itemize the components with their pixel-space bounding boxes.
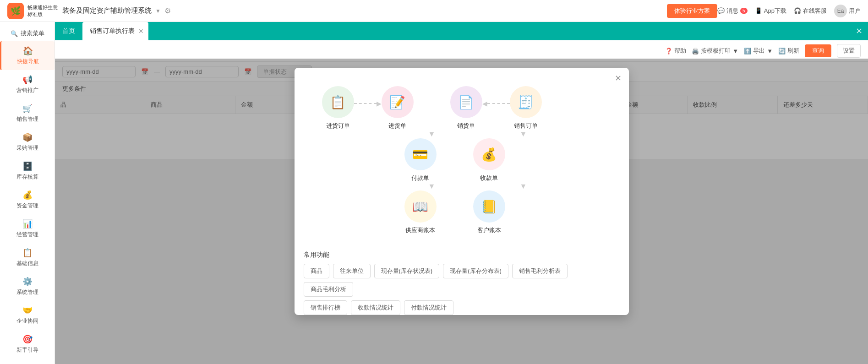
- settings-button[interactable]: 设置: [837, 44, 861, 58]
- template-print-arrow: ▼: [732, 48, 738, 54]
- flow-col-sales-order: 🧾 销售订单: [510, 86, 542, 130]
- down-arrow-rec: ▼: [496, 182, 551, 190]
- sidebar-item-newbie[interactable]: 🎯 新手引导: [0, 330, 55, 359]
- logo-line2: 标准版: [27, 11, 58, 17]
- cf-btn-product-margin[interactable]: 商品毛利分析: [304, 282, 353, 297]
- sales-bill-label: 销货单: [457, 122, 475, 130]
- tab-home[interactable]: 首页: [55, 22, 82, 40]
- arrow-po-pb: ▶: [354, 100, 382, 116]
- online-service-label: 在线客服: [803, 7, 827, 15]
- cf-btn-receipt-stats[interactable]: 收款情况统计: [351, 300, 400, 315]
- modal-close-button[interactable]: ✕: [615, 73, 622, 83]
- flow-col-sales-bill: 📄 销货单: [450, 86, 482, 130]
- export-button[interactable]: ⬆️ 导出 ▼: [744, 47, 773, 55]
- message-item[interactable]: 💬 消息 5: [717, 7, 748, 15]
- common-function-buttons-row2: 销售排行榜 收款情况统计 付款情况统计: [304, 300, 620, 315]
- cf-btn-sales-margin[interactable]: 销售毛利分析表: [512, 264, 568, 278]
- sidebar-item-enterprise[interactable]: 🤝 企业协同: [0, 301, 55, 330]
- flow-col-receipt: 💰 收款单: [473, 138, 505, 182]
- user-label: 用户: [849, 7, 861, 15]
- app-download-item[interactable]: 📱 App下载: [755, 7, 786, 15]
- sales-icon: 🛒: [22, 103, 33, 114]
- page-close-button[interactable]: ✕: [850, 22, 868, 40]
- user-initials: Ea: [837, 8, 844, 14]
- sidebar-item-sales[interactable]: 🛒 销售管理: [0, 99, 55, 128]
- gear-icon[interactable]: ⚙: [164, 6, 171, 15]
- flow-col-supplier-ledger: 📖 供应商账本: [404, 190, 437, 234]
- sidebar-item-label: 销售管理: [16, 115, 38, 123]
- tab-close-icon[interactable]: ✕: [137, 27, 145, 35]
- cf-btn-sales-rank[interactable]: 销售排行榜: [304, 300, 347, 315]
- template-print-button[interactable]: 🖨️ 按模板打印 ▼: [692, 47, 738, 55]
- top-header: 🌿 畅康通好生意 标准版 装备及固定资产辅助管理系统 ▼ ⚙ 体验行业方案 💬 …: [0, 0, 868, 22]
- flow-modal: ✕ 📋 进货订单: [295, 68, 629, 315]
- sidebar-item-label: 快捷导航: [17, 58, 39, 65]
- help-button[interactable]: ❓ 帮助: [665, 47, 686, 55]
- help-label: 帮助: [674, 47, 686, 55]
- query-button[interactable]: 查询: [805, 44, 831, 57]
- search-icon: 🔍: [11, 30, 18, 37]
- purchase-order-label: 进货订单: [326, 122, 350, 130]
- user-item[interactable]: Ea 用户: [834, 5, 861, 17]
- sidebar-item-label: 系统管理: [16, 288, 38, 296]
- purchase-bill-node[interactable]: 📝: [382, 86, 414, 118]
- sidebar-item-marketing[interactable]: 📢 营销推广: [0, 70, 55, 99]
- sales-order-node[interactable]: 🧾: [510, 86, 542, 118]
- cf-btn-product[interactable]: 商品: [304, 264, 329, 278]
- sidebar-item-finance[interactable]: 💰 资金管理: [0, 185, 55, 214]
- cf-btn-stock-dist[interactable]: 现存量(库存分布表): [443, 264, 508, 278]
- help-icon: ❓: [665, 48, 672, 54]
- cf-btn-payment-stats[interactable]: 付款情况统计: [404, 300, 453, 315]
- logo-area: 🌿 畅康通好生意 标准版: [7, 3, 62, 19]
- sidebar: 🔍 搜索菜单 🏠 快捷导航 📢 营销推广 🛒 销售管理 📦 采购管理 🗄️ 库存…: [0, 22, 55, 364]
- cf-btn-stock-status[interactable]: 现存量(库存状况表): [374, 264, 440, 278]
- flow-col-purchase-bill: 📝 进货单: [382, 86, 414, 130]
- purchase-bill-icon: 📝: [389, 95, 405, 110]
- sales-order-label: 销售订单: [514, 122, 538, 130]
- sidebar-item-quick-nav[interactable]: 🏠 快捷导航: [0, 41, 55, 70]
- online-service-item[interactable]: 🎧 在线客服: [794, 7, 827, 15]
- purchase-icon: 📦: [22, 132, 33, 142]
- search-menu-item[interactable]: 🔍 搜索菜单: [0, 26, 55, 41]
- modal-overlay[interactable]: ✕ 📋 进货订单: [55, 59, 868, 364]
- finance-icon: 💰: [22, 190, 33, 200]
- customer-ledger-node[interactable]: 📒: [473, 190, 505, 223]
- sales-bill-node[interactable]: 📄: [450, 86, 482, 118]
- sidebar-item-purchase[interactable]: 📦 采购管理: [0, 128, 55, 157]
- sidebar-item-label: 库存核算: [16, 173, 38, 181]
- app-download-label: App下载: [764, 7, 786, 15]
- print-icon: 🖨️: [692, 48, 699, 54]
- receipt-bill-node[interactable]: 💰: [473, 138, 505, 170]
- search-menu-label: 搜索菜单: [21, 29, 44, 38]
- logo-icon: 🌿: [7, 3, 24, 19]
- sidebar-item-label: 资金管理: [16, 202, 38, 210]
- sidebar-item-system[interactable]: ⚙️ 系统管理: [0, 272, 55, 301]
- export-label: 导出: [753, 47, 765, 55]
- common-function-buttons: 商品 往来单位 现存量(库存状况表) 现存量(库存分布表) 销售毛利分析表 商品…: [304, 264, 620, 297]
- refresh-button[interactable]: 🔄 刷新: [778, 47, 799, 55]
- modal-content: 📋 进货订单 ▶: [295, 68, 629, 244]
- system-dropdown-icon[interactable]: ▼: [155, 8, 161, 14]
- purchase-order-node[interactable]: 📋: [322, 86, 354, 118]
- sidebar-item-basic-info[interactable]: 📋 基础信息: [0, 243, 55, 272]
- tab-sales-order-execution[interactable]: 销售订单执行表 ✕: [82, 22, 148, 40]
- tab-home-label: 首页: [62, 27, 75, 35]
- message-badge: 5: [740, 8, 748, 14]
- refresh-label: 刷新: [787, 47, 799, 55]
- app-download-icon: 📱: [755, 7, 762, 14]
- common-functions-title: 常用功能: [304, 251, 620, 259]
- payment-bill-label: 付款单: [411, 174, 429, 182]
- cf-btn-partner[interactable]: 往来单位: [333, 264, 371, 278]
- payment-bill-node[interactable]: 💳: [404, 138, 437, 170]
- refresh-icon: 🔄: [778, 48, 786, 54]
- marketing-icon: 📢: [22, 75, 33, 85]
- enterprise-icon: 🤝: [22, 305, 33, 315]
- down-arrow-pay: ▼: [404, 182, 459, 190]
- experience-button[interactable]: 体验行业方案: [667, 4, 717, 18]
- flow-col-purchase-order: 📋 进货订单: [322, 86, 354, 130]
- quick-nav-icon: 🏠: [23, 46, 33, 56]
- supplier-ledger-node[interactable]: 📖: [404, 190, 437, 223]
- sidebar-item-operations[interactable]: 📊 经营管理: [0, 214, 55, 243]
- basic-info-icon: 📋: [22, 248, 33, 258]
- sidebar-item-inventory[interactable]: 🗄️ 库存核算: [0, 157, 55, 185]
